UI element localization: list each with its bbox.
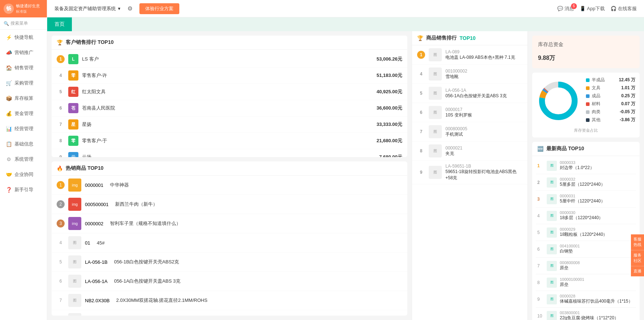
sidebar: 畅 畅捷通好生意 标准版 🔍 搜索菜单 ⚡ 快捷导航 📣 营销推广 🏠 销售管理… bbox=[0, 0, 47, 320]
product-image: 图 bbox=[68, 294, 81, 307]
sidebar-item-label: 资金管理 bbox=[15, 110, 33, 117]
sidebar-item-basic-info[interactable]: 📋 基础信息 bbox=[0, 136, 47, 152]
message-badge: 6 bbox=[571, 3, 577, 9]
marketing-icon: 📣 bbox=[6, 50, 12, 56]
rank-number: 2 bbox=[537, 180, 544, 185]
app-icon: 📱 bbox=[580, 6, 586, 11]
customer-name: LS 客户 bbox=[82, 56, 373, 62]
customer-name: 云扬 bbox=[82, 154, 375, 157]
settings-button[interactable]: ⚙ bbox=[125, 4, 135, 14]
product-image: 图 bbox=[547, 161, 557, 171]
middle-panel: 🏆 商品销售排行 TOP10 1 图 LA-089 电池盖 LA-089 ABS… bbox=[412, 31, 528, 320]
sidebar-item-label: 库存核算 bbox=[15, 95, 33, 102]
sales-value: 36,600.00元 bbox=[376, 105, 402, 111]
rank-number: 7 bbox=[57, 120, 65, 128]
rank-number: 1 bbox=[57, 55, 65, 63]
legend-color bbox=[586, 78, 590, 82]
product-code: LA-056-1A bbox=[445, 88, 522, 93]
avatar: 红 bbox=[68, 87, 78, 97]
list-item: 5 图 0000029 18颗粒板（1220*2440） bbox=[536, 224, 636, 241]
sidebar-item-quick-nav[interactable]: ⚡ 快捷导航 bbox=[0, 30, 47, 45]
sidebar-item-label: 销售管理 bbox=[15, 65, 33, 71]
message-button[interactable]: 💬 消息 6 bbox=[557, 5, 574, 12]
table-row: 5 红 红太阳文具 40,925.00元 bbox=[52, 84, 407, 100]
rank-number: 7 bbox=[57, 296, 65, 304]
product-code: LA-056-1A bbox=[85, 279, 107, 284]
sidebar-item-finance[interactable]: 💰 资金管理 bbox=[0, 106, 47, 121]
trial-button[interactable]: 体验行业方案 bbox=[139, 3, 179, 14]
table-row: 8 零 零售客户-于 21,680.00元 bbox=[52, 133, 407, 149]
page-content: 🏆 客户销售排行 TOP10 1 L LS 客户 53,006.26元 4 零 … bbox=[47, 31, 644, 320]
product-code: 000800005 bbox=[445, 126, 522, 131]
product-info: 0000029 18颗粒板（1220*2440） bbox=[560, 227, 607, 238]
product-name: 智利车子里（规格不知道填什么） bbox=[110, 220, 181, 227]
table-row: 1 图 LA-089 电池盖 LA-089 ABS本色+黑种 7.1克 bbox=[412, 45, 527, 65]
operations-icon: 📊 bbox=[6, 126, 12, 132]
product-name: 白钢垫 bbox=[560, 248, 580, 254]
table-row: 7 星 星扬 33,333.00元 bbox=[52, 116, 407, 133]
product-name: 原垒 bbox=[560, 282, 584, 288]
legend-color bbox=[586, 102, 590, 106]
product-code: LA-089 bbox=[445, 49, 522, 54]
product-image: 图 bbox=[429, 125, 442, 138]
system-selector[interactable]: 装备及固定资产辅助管理系统 ▾ bbox=[54, 5, 121, 12]
rank-number: 9 bbox=[537, 297, 544, 302]
sales-value: 53,006.26元 bbox=[376, 56, 402, 62]
sidebar-item-sales[interactable]: 🏠 销售管理 bbox=[0, 60, 47, 75]
legend-color bbox=[586, 118, 590, 122]
sidebar-item-marketing[interactable]: 📣 营销推广 bbox=[0, 45, 47, 60]
sidebar-item-guide[interactable]: ❓ 新手引导 bbox=[0, 182, 47, 197]
product-code: 0000033 bbox=[560, 160, 594, 165]
sidebar-item-system[interactable]: ⚙ 系统管理 bbox=[0, 152, 47, 167]
product-code: 0000021 bbox=[445, 145, 522, 151]
sidebar-item-label: 经营管理 bbox=[15, 126, 33, 132]
live-button[interactable]: 直播 bbox=[631, 266, 644, 276]
basic-info-icon: 📋 bbox=[6, 141, 12, 147]
product-ranking-header: 🏆 商品销售排行 TOP10 bbox=[412, 31, 527, 45]
tab-home-label: 首页 bbox=[54, 21, 65, 27]
rank-number: 4 bbox=[57, 71, 65, 79]
app-download-button[interactable]: 📱 App下载 bbox=[580, 5, 605, 12]
legend-label: 成品 bbox=[592, 93, 619, 99]
fire-icon: 🔥 bbox=[57, 165, 63, 171]
product-info: LA-056-1A 056-1A白色按键开关盖ABS 3克 bbox=[445, 88, 522, 99]
legend-value: 0.07 万 bbox=[621, 101, 635, 107]
legend-label: 肉类 bbox=[592, 109, 617, 115]
rank-number: 4 bbox=[417, 70, 425, 78]
product-image: 图 bbox=[547, 311, 557, 320]
sales-value: 40,925.00元 bbox=[376, 89, 402, 95]
enterprise-icon: 🤝 bbox=[6, 172, 12, 177]
community-button[interactable]: 服务社区 bbox=[631, 250, 644, 266]
customer-service-button[interactable]: 客服热线 bbox=[631, 234, 644, 250]
online-service-button[interactable]: 🎧 在线客服 bbox=[611, 5, 637, 12]
sidebar-search[interactable]: 🔍 搜索菜单 bbox=[0, 17, 47, 30]
latest-products-list: 1 图 0000033 封边带（1.0*22） 2 图 0000032 5厘多层… bbox=[532, 156, 640, 320]
product-info: 0000030 18多层（1220*2440） bbox=[560, 210, 603, 221]
list-item: 3 图 0000031 5厘中纤（1220*2440） bbox=[536, 191, 636, 208]
sidebar-item-purchase[interactable]: 🛒 采购管理 bbox=[0, 75, 47, 91]
chevron-down-icon: ▾ bbox=[118, 6, 121, 11]
legend-item: 成品 0.25 万 bbox=[586, 93, 635, 99]
avatar: 苍 bbox=[68, 103, 78, 113]
sidebar-item-operations[interactable]: 📊 经营管理 bbox=[0, 121, 47, 136]
tab-home[interactable]: 首页 bbox=[47, 17, 72, 31]
legend-color bbox=[586, 94, 590, 98]
sales-icon: 🏠 bbox=[6, 65, 12, 71]
rank-number: 3 bbox=[537, 197, 544, 202]
new-icon: 🆕 bbox=[537, 146, 543, 152]
product-code: 0000032 bbox=[560, 177, 605, 181]
sidebar-nav: ⚡ 快捷导航 📣 营销推广 🏠 销售管理 🛒 采购管理 📦 库存核算 💰 资金管… bbox=[0, 30, 47, 320]
legend-value: -3.86 万 bbox=[620, 117, 635, 123]
product-info: 000800008 原垒 bbox=[560, 260, 580, 271]
legend-item: 文具 1.01 万 bbox=[586, 85, 635, 91]
sidebar-item-inventory[interactable]: 📦 库存核算 bbox=[0, 91, 47, 106]
product-image: 图 bbox=[68, 313, 81, 316]
sidebar-item-enterprise[interactable]: 🤝 企业协同 bbox=[0, 167, 47, 182]
customer-ranking-title: 客户销售排行 TOP10 bbox=[66, 39, 114, 46]
table-row: 7 图 000800005 手机测试 bbox=[412, 122, 527, 141]
list-item: 7 图 NB2.0X30B 2.0X30MM双搓花轴.搓花直径2.1MM/ROH… bbox=[52, 291, 407, 310]
product-info: 004100001 白钢垫 bbox=[560, 244, 580, 254]
rank-number: 6 bbox=[57, 104, 65, 112]
legend-item: 其他 -3.86 万 bbox=[586, 117, 635, 123]
product-info: 0000031 5厘中纤（1220*2440） bbox=[560, 194, 605, 204]
